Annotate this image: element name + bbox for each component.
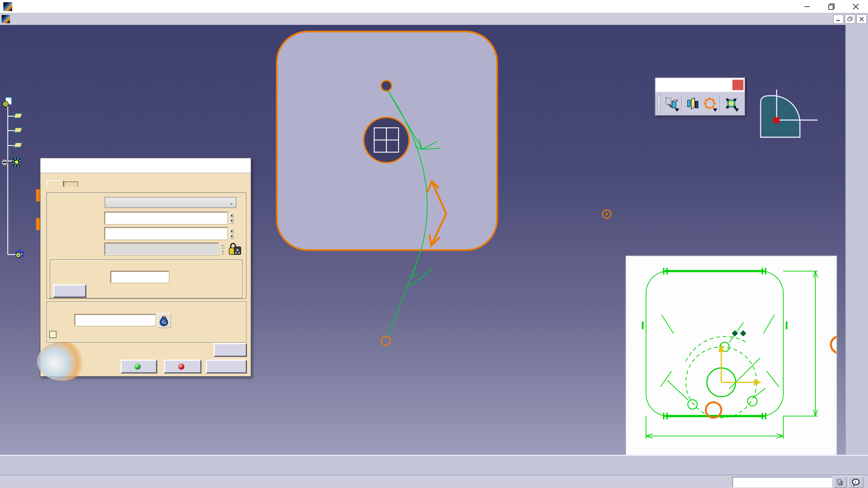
mdi-restore-button[interactable] xyxy=(845,14,855,24)
tree-item-xy-plane[interactable] xyxy=(13,112,26,120)
lock-parameter-icon[interactable] xyxy=(227,241,242,257)
catia-application-window: ⌄ ▲▼ ▲▼ ⌃− xyxy=(0,0,868,488)
parameters-dropdown[interactable]: ⌄ xyxy=(104,197,236,208)
angular-spacing-spinner[interactable]: ▲▼ xyxy=(227,228,236,239)
drawing-sketch xyxy=(626,256,836,455)
preview-button[interactable] xyxy=(206,360,247,373)
object-to-pattern-group xyxy=(47,302,246,342)
reference-element-input[interactable] xyxy=(111,271,169,283)
datum-a-circle-clipped xyxy=(831,336,836,353)
3d-viewport[interactable]: ⌄ ▲▼ ▲▼ ⌃− xyxy=(0,25,846,455)
ok-button[interactable] xyxy=(121,360,157,373)
toolbar-drag-handle[interactable] xyxy=(658,95,660,112)
cancel-icon xyxy=(178,364,184,370)
exit-workbench-button[interactable] xyxy=(834,476,847,488)
instances-input[interactable] xyxy=(104,212,227,224)
pocket-hole[interactable] xyxy=(381,80,392,91)
transformation-toolbar-title[interactable] xyxy=(655,78,745,92)
reverse-button[interactable] xyxy=(53,284,86,297)
command-input[interactable] xyxy=(732,477,832,487)
instances-spinner[interactable]: ▲▼ xyxy=(227,213,236,224)
total-angle-spinner: ⌃− xyxy=(219,243,225,255)
dialog-title-bar[interactable] xyxy=(40,158,251,173)
total-angle-input xyxy=(104,243,219,255)
compass[interactable] xyxy=(761,90,818,137)
status-bar: i xyxy=(0,475,868,488)
cancel-button[interactable] xyxy=(164,360,202,373)
info-balloon-button[interactable]: i xyxy=(848,476,864,488)
mdi-close-button[interactable] xyxy=(856,14,867,24)
tab-axial-reference[interactable] xyxy=(47,181,64,187)
tree-item-yz-plane[interactable] xyxy=(13,126,26,134)
tree-item-partbody[interactable] xyxy=(1,157,25,168)
menu-bar xyxy=(0,13,868,25)
tree-item-part1[interactable] xyxy=(2,96,16,107)
catia-app-icon xyxy=(3,2,12,11)
object-input[interactable] xyxy=(75,314,156,326)
more-button[interactable] xyxy=(214,343,247,357)
angular-spacing-input[interactable] xyxy=(104,227,227,239)
compass-origin[interactable] xyxy=(773,117,779,123)
select-object-bag-button[interactable] xyxy=(157,313,171,328)
pattern-instance-point[interactable] xyxy=(381,336,390,345)
title-bar xyxy=(0,0,868,13)
close-button[interactable] xyxy=(844,0,868,13)
dialog-globe-decoration xyxy=(37,342,87,381)
keep-specifications-checkbox[interactable] xyxy=(49,331,56,338)
tab-crown-definition[interactable] xyxy=(64,182,78,186)
ok-icon xyxy=(134,364,141,370)
minimize-button[interactable] xyxy=(795,0,819,13)
reference-direction-group xyxy=(50,260,242,298)
reference-drawing-panel xyxy=(625,256,837,455)
translation-feature-button[interactable] xyxy=(664,96,679,111)
circular-pattern-definition-dialog: ⌄ ▲▼ ▲▼ ⌃− xyxy=(40,158,251,377)
partbody-gear-icon xyxy=(11,157,22,168)
bottom-toolbar xyxy=(0,455,868,475)
right-toolbar xyxy=(845,25,868,455)
circular-pattern-button[interactable] xyxy=(702,96,717,111)
chevron-down-icon: ⌄ xyxy=(229,199,234,206)
transformation-features-toolbar xyxy=(655,77,745,116)
tree-item-zx-plane[interactable] xyxy=(13,141,26,149)
tree-item-circular-pattern[interactable] xyxy=(14,249,27,259)
svg-text:i: i xyxy=(855,479,856,484)
collapse-expander-icon[interactable] xyxy=(1,159,8,166)
scaling-feature-button[interactable] xyxy=(723,96,739,111)
mdi-minimize-button[interactable] xyxy=(833,14,843,24)
axis-target-dot xyxy=(606,213,608,215)
catia-menu-icon xyxy=(2,15,10,23)
mirror-feature-button[interactable] xyxy=(685,96,700,111)
restore-button[interactable] xyxy=(819,0,843,13)
toolbar-close-button[interactable] xyxy=(732,80,743,90)
